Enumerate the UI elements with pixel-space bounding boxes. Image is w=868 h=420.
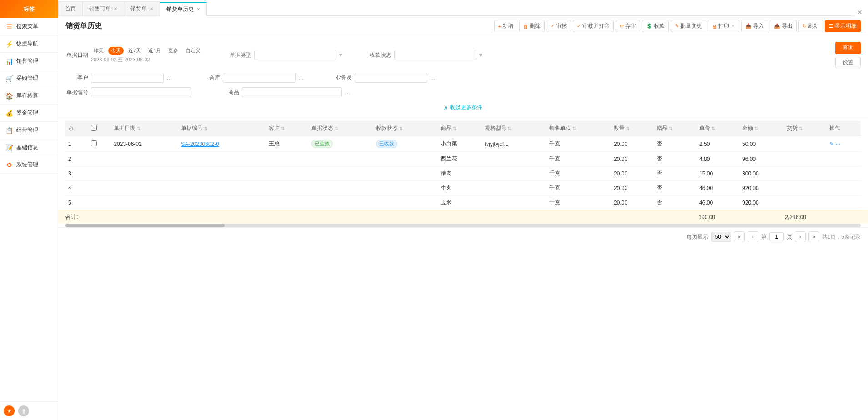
collect-button[interactable]: 💲 收款 bbox=[642, 20, 669, 32]
collect-status-input[interactable] bbox=[394, 50, 476, 60]
row-doc-status bbox=[309, 195, 373, 210]
doc-type-input[interactable] bbox=[254, 50, 336, 60]
col-doc-date[interactable]: 单据日期 bbox=[111, 121, 178, 136]
sidebar-item-finance-mgmt[interactable]: 💰 资金管理 bbox=[0, 105, 58, 122]
row-trade bbox=[784, 181, 827, 195]
row-qty: 20.00 bbox=[611, 136, 654, 152]
row-amount: 50.00 bbox=[739, 136, 784, 152]
sidebar-item-search-menu[interactable]: ☰ 搜索菜单 bbox=[0, 18, 58, 35]
goods-input[interactable] bbox=[242, 87, 342, 97]
tab-sales-goods-close[interactable]: ✕ bbox=[150, 6, 153, 11]
row-gift: 否 bbox=[654, 181, 697, 195]
sidebar-item-system-mgmt[interactable]: ⚙ 系统管理 bbox=[0, 156, 58, 174]
salesperson-input[interactable] bbox=[355, 73, 427, 83]
discard-label: 弃审 bbox=[625, 22, 636, 30]
sidebar-item-inventory[interactable]: 🏠 库存核算 bbox=[0, 87, 58, 105]
row-spec bbox=[482, 152, 547, 166]
tab-sales-order[interactable]: 销售订单 ✕ bbox=[83, 1, 124, 16]
col-collect-status[interactable]: 收款状态 bbox=[373, 121, 438, 136]
col-amount[interactable]: 金额 bbox=[739, 121, 784, 136]
col-customer[interactable]: 客户 bbox=[266, 121, 309, 136]
first-page-button[interactable]: « bbox=[734, 231, 745, 242]
row-more-button[interactable]: ⋯ bbox=[835, 141, 841, 147]
warehouse-input[interactable] bbox=[223, 73, 296, 83]
date-7days-btn[interactable]: 近7天 bbox=[125, 47, 144, 55]
sidebar-item-basic-info[interactable]: 📝 基础信息 bbox=[0, 139, 58, 156]
per-page-select[interactable]: 50 bbox=[711, 232, 731, 242]
scroll-bar-thumb[interactable] bbox=[65, 224, 225, 227]
col-gift[interactable]: 赠品 bbox=[654, 121, 697, 136]
page-input[interactable] bbox=[769, 232, 784, 241]
sidebar-bottom-btn-1[interactable]: ★ bbox=[4, 405, 15, 416]
export-button[interactable]: 📤 导出 bbox=[770, 20, 797, 32]
col-doc-status[interactable]: 单据状态 bbox=[309, 121, 373, 136]
row-checkbox[interactable] bbox=[91, 140, 97, 146]
collapse-button[interactable]: ∧ 收起更多条件 bbox=[65, 102, 861, 113]
discard-button[interactable]: ↩ 弃审 bbox=[616, 20, 640, 32]
next-page-button[interactable]: › bbox=[795, 231, 806, 242]
row-customer bbox=[266, 195, 309, 210]
row-edit-button[interactable]: ✎ bbox=[829, 141, 834, 147]
row-price: 4.80 bbox=[697, 152, 739, 166]
operations-mgmt-icon: 📋 bbox=[5, 127, 13, 134]
row-goods: 小白菜 bbox=[438, 136, 482, 152]
row-qty: 20.00 bbox=[611, 166, 654, 181]
last-page-button[interactable]: » bbox=[808, 231, 819, 242]
goods-dots[interactable]: … bbox=[345, 89, 350, 95]
query-button[interactable]: 查询 bbox=[835, 42, 861, 54]
delete-button[interactable]: 🗑 删除 bbox=[519, 20, 545, 32]
settings-gear-icon[interactable]: ⚙ bbox=[68, 125, 74, 132]
col-settings[interactable]: ⚙ bbox=[65, 121, 88, 136]
sidebar-item-purchase-mgmt[interactable]: 🛒 采购管理 bbox=[0, 70, 58, 87]
audit-button[interactable]: ✓ 审核 bbox=[547, 20, 571, 32]
row-trade bbox=[784, 166, 827, 181]
show-detail-button[interactable]: ☰ 显示明细 bbox=[825, 20, 861, 32]
doc-no-link[interactable]: SA-20230602-0 bbox=[181, 141, 219, 147]
refresh-button[interactable]: ↻ 刷新 bbox=[798, 20, 823, 32]
doc-type-arrow: ▼ bbox=[338, 52, 343, 58]
audit-print-button[interactable]: ✓ 审核并打印 bbox=[573, 20, 614, 32]
customer-label: 客户 bbox=[65, 74, 88, 82]
tab-sales-goods[interactable]: 销货单 ✕ bbox=[124, 1, 160, 16]
doc-no-input[interactable] bbox=[91, 87, 191, 97]
col-unit[interactable]: 销售单位 bbox=[547, 121, 611, 136]
col-trade[interactable]: 交货 bbox=[784, 121, 827, 136]
customer-input[interactable] bbox=[91, 73, 164, 83]
tab-sales-order-close[interactable]: ✕ bbox=[114, 6, 117, 11]
tab-home[interactable]: 首页 bbox=[58, 1, 83, 16]
sidebar-item-quick-nav[interactable]: ⚡ 快捷导航 bbox=[0, 35, 58, 53]
sidebar-item-operations-mgmt[interactable]: 📋 经营管理 bbox=[0, 122, 58, 139]
tab-sales-history[interactable]: 销货单历史 ✕ bbox=[160, 2, 207, 16]
import-button[interactable]: 📥 导入 bbox=[741, 20, 768, 32]
page-label: 第 bbox=[761, 233, 767, 241]
warehouse-dots[interactable]: … bbox=[298, 75, 304, 81]
col-action: 操作 bbox=[827, 121, 861, 136]
date-yesterday-btn[interactable]: 昨天 bbox=[91, 47, 106, 55]
print-button[interactable]: 🖨 打印 ▼ bbox=[708, 20, 739, 32]
row-amount: 920.00 bbox=[739, 181, 784, 195]
set-button[interactable]: 设置 bbox=[835, 57, 861, 68]
sidebar-bottom-btn-2[interactable]: ‖ bbox=[18, 405, 29, 416]
tab-sales-order-label: 销售订单 bbox=[89, 5, 111, 13]
row-amount: 920.00 bbox=[739, 195, 784, 210]
date-1month-btn[interactable]: 近1月 bbox=[146, 47, 164, 55]
prev-page-button[interactable]: ‹ bbox=[748, 231, 758, 242]
select-all-checkbox[interactable] bbox=[91, 125, 97, 131]
add-button[interactable]: + 新增 bbox=[494, 20, 517, 32]
batch-change-button[interactable]: ✎ 批量变更 bbox=[671, 20, 706, 32]
horizontal-scrollbar[interactable] bbox=[58, 224, 868, 227]
tab-close-all[interactable]: ✕ bbox=[852, 9, 868, 16]
date-today-btn[interactable]: 今天 bbox=[108, 47, 124, 55]
col-goods[interactable]: 商品 bbox=[438, 121, 482, 136]
col-spec[interactable]: 规格型号 bbox=[482, 121, 547, 136]
sidebar-item-sales-mgmt[interactable]: 📊 销售管理 bbox=[0, 53, 58, 70]
col-doc-no[interactable]: 单据编号 bbox=[178, 121, 266, 136]
date-more-btn[interactable]: 更多 bbox=[166, 47, 181, 55]
sidebar: 标签 ☰ 搜索菜单 ⚡ 快捷导航 📊 销售管理 🛒 采购管理 🏠 库存核算 💰 … bbox=[0, 0, 58, 420]
col-qty[interactable]: 数量 bbox=[611, 121, 654, 136]
salesperson-dots[interactable]: … bbox=[430, 75, 436, 81]
col-price[interactable]: 单价 bbox=[697, 121, 739, 136]
customer-dots[interactable]: … bbox=[166, 75, 172, 81]
tab-sales-history-close[interactable]: ✕ bbox=[196, 7, 200, 12]
date-custom-btn[interactable]: 自定义 bbox=[183, 47, 203, 55]
